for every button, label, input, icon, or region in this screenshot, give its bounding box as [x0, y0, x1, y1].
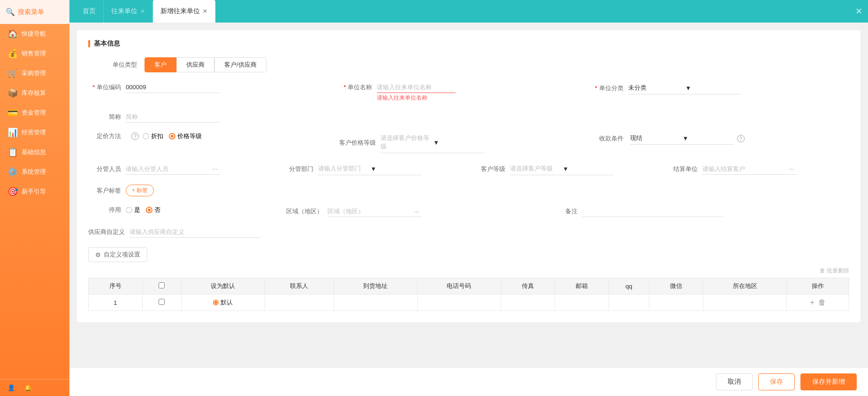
- pricing-discount-radio[interactable]: 折扣: [143, 132, 163, 140]
- customer-level-select[interactable]: 请选择客户等级 ▼: [510, 163, 613, 175]
- sidebar-item-operations[interactable]: 📊经营管理: [0, 123, 69, 142]
- sidebar-top: 🔍 搜索菜单: [0, 0, 69, 24]
- form-row-1: 单位编码 单位名称 请输入往来单位名称 单位分类 未分类 ▼: [88, 82, 849, 102]
- close-all-button[interactable]: ✕: [855, 6, 862, 16]
- tab-home[interactable]: 首页: [75, 0, 104, 23]
- row-wechat: [649, 295, 703, 311]
- unit-code-input[interactable]: [126, 82, 220, 93]
- table-header-11: 操作: [787, 278, 849, 295]
- chevron-down-icon: ▼: [685, 85, 741, 92]
- close-tab-trade-units[interactable]: ✕: [140, 8, 145, 15]
- new-guide-icon: 🎯: [8, 186, 18, 197]
- user-icon[interactable]: 👤: [8, 384, 15, 391]
- bell-icon[interactable]: 🔔: [24, 384, 32, 391]
- chevron-down-icon-3: ▼: [683, 135, 733, 142]
- batch-delete-area: 🗑 批量删除: [88, 267, 849, 275]
- short-name-input[interactable]: [126, 111, 220, 123]
- dept-select[interactable]: 请输入分管部门 ▼: [318, 163, 421, 175]
- unit-type-both-button[interactable]: 客户/供应商: [214, 57, 266, 72]
- sidebar-label-finance: 资金管理: [22, 109, 46, 117]
- region-label: 区域（地区）: [286, 207, 327, 216]
- supplier-custom-input[interactable]: [129, 226, 261, 238]
- row-checkbox-cell: [142, 295, 181, 311]
- manager-input[interactable]: [126, 163, 210, 174]
- disabled-field: 停用 是 否: [88, 206, 279, 214]
- unit-type-buttons: 客户供应商客户/供应商: [145, 57, 266, 72]
- help-icon[interactable]: ?: [131, 132, 139, 140]
- unit-type-supplier-button[interactable]: 供应商: [176, 57, 214, 72]
- batch-delete-label[interactable]: 批量删除: [827, 267, 849, 274]
- customer-level-field: 客户等级 请选择客户等级 ▼: [472, 163, 657, 175]
- delete-row-button[interactable]: 🗑: [818, 298, 826, 307]
- payment-terms-field: 收款条件 现结 ▼ ?: [591, 132, 842, 145]
- manager-dots-btn[interactable]: ···: [210, 165, 220, 172]
- region-input-wrap: ···: [327, 206, 421, 217]
- form-row-3: 定价方法 ? 折扣 价格等级 客户价格等级: [88, 132, 849, 153]
- save-button[interactable]: 保存: [758, 373, 795, 390]
- add-tag-button[interactable]: + 标签: [126, 185, 154, 196]
- unit-type-customer-button[interactable]: 客户: [145, 57, 176, 72]
- tab-trade-units[interactable]: 往来单位✕: [104, 0, 153, 23]
- sidebar-item-sales[interactable]: 💰销售管理: [0, 44, 69, 63]
- sidebar-item-inventory[interactable]: 📦库存核算: [0, 83, 69, 103]
- settlement-dots-btn[interactable]: ···: [787, 165, 796, 172]
- disabled-no-radio[interactable]: 否: [146, 206, 160, 214]
- disabled-yes-radio[interactable]: 是: [126, 206, 140, 214]
- row-qq: [609, 295, 649, 311]
- settlement-input[interactable]: [702, 163, 787, 174]
- sidebar-items: 🏠快捷导航💰销售管理🛒采购管理📦库存核算💳资金管理📊经营管理📋基础信息⚙️系统管…: [0, 24, 69, 202]
- custom-settings-button[interactable]: ⚙ 自定义项设置: [88, 247, 147, 262]
- sidebar-search-label: 搜索菜单: [18, 8, 44, 16]
- customer-tag-field: 客户标签 + 标签: [88, 185, 339, 196]
- footer: 取消 保存 保存并新增: [69, 367, 868, 396]
- pricing-grade-radio[interactable]: 价格等级: [169, 132, 202, 140]
- unit-type-label: 单位类型: [88, 61, 145, 69]
- add-row-button[interactable]: +: [810, 298, 814, 307]
- note-input[interactable]: [582, 206, 723, 217]
- sidebar-item-quick-nav[interactable]: 🏠快捷导航: [0, 24, 69, 44]
- region-dots-btn[interactable]: ···: [412, 208, 421, 215]
- payment-help-icon[interactable]: ?: [737, 135, 745, 142]
- sidebar-item-system[interactable]: ⚙️系统管理: [0, 162, 69, 182]
- search-icon: 🔍: [6, 8, 15, 16]
- payment-terms-select[interactable]: 现结 ▼: [630, 132, 733, 145]
- form-row-4: 分管人员 ··· 分管部门 请输入分管部门 ▼ 客户等级: [88, 163, 849, 175]
- section-title: 基本信息: [88, 39, 849, 48]
- inventory-icon: 📦: [8, 88, 18, 98]
- table-header-9: 微信: [649, 278, 703, 295]
- row-no: 1: [89, 295, 143, 311]
- row-checkbox[interactable]: [159, 299, 165, 305]
- form-row-6: 停用 是 否 区域（地区）: [88, 206, 849, 217]
- tab-new-trade-unit[interactable]: 新增往来单位✕: [153, 0, 215, 23]
- custom-settings-label: 自定义项设置: [104, 250, 140, 259]
- pricing-grade-circle: [169, 133, 175, 140]
- sidebar-label-system: 系统管理: [22, 168, 46, 176]
- save-new-button[interactable]: 保存并新增: [800, 373, 857, 390]
- note-label: 备注: [545, 207, 582, 216]
- unit-name-input[interactable]: [377, 82, 456, 93]
- select-all-checkbox[interactable]: [159, 282, 165, 288]
- unit-type-row: 单位类型 客户供应商客户/供应商: [88, 57, 849, 72]
- region-input[interactable]: [327, 206, 412, 217]
- sidebar-item-basic-info[interactable]: 📋基础信息: [0, 142, 69, 162]
- row-default-radio[interactable]: [213, 300, 219, 305]
- unit-category-label: 单位分类: [591, 84, 628, 93]
- customer-price-label: 客户价格等级: [339, 139, 381, 147]
- settlement-label: 结算单位: [665, 165, 702, 173]
- row-address: [334, 295, 417, 311]
- close-tab-new-trade-unit[interactable]: ✕: [203, 8, 207, 15]
- sidebar-label-sales: 销售管理: [22, 49, 46, 58]
- unit-category-select[interactable]: 未分类 ▼: [628, 82, 741, 94]
- settlement-field: 结算单位 ···: [665, 163, 850, 175]
- pricing-discount-label: 折扣: [151, 132, 163, 140]
- row-default-label: 默认: [221, 298, 233, 307]
- section-title-bar: [88, 40, 90, 47]
- chevron-down-icon-5: ▼: [563, 165, 613, 172]
- sidebar-item-finance[interactable]: 💳资金管理: [0, 103, 69, 123]
- sidebar-search[interactable]: 🔍 搜索菜单: [0, 5, 69, 19]
- cancel-button[interactable]: 取消: [716, 373, 753, 390]
- sidebar-item-new-guide[interactable]: 🎯新手引导: [0, 182, 69, 202]
- sidebar-item-purchase[interactable]: 🛒采购管理: [0, 63, 69, 83]
- table-row: 1 默认: [89, 295, 849, 311]
- customer-price-select[interactable]: 请选择客户价格等级 ▼: [381, 132, 484, 153]
